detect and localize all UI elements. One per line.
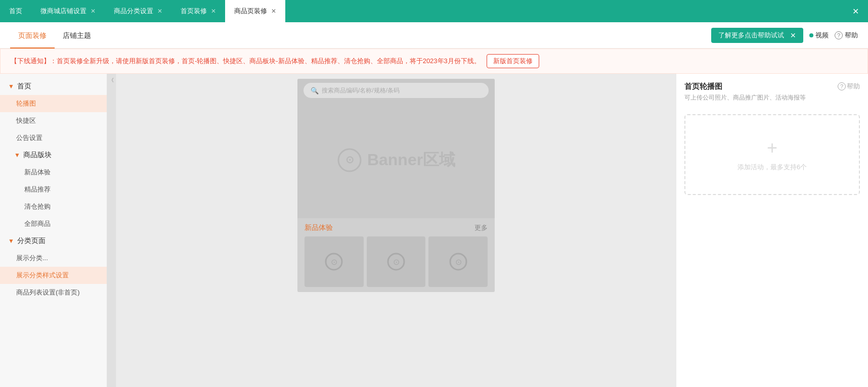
close-product-decor[interactable]: ✕ [271,8,276,15]
sidebar-item-featured[interactable]: 精品推荐 [0,181,108,198]
help-question-icon: ? [838,82,846,90]
banner-logo: ⊙ Banner区域 [337,148,455,173]
arrow-down-icon: ▼ [8,83,14,90]
help-banner[interactable]: 了解更多点击帮助试试 ✕ [711,28,803,43]
right-panel-subtitle: 可上传公司照片、商品推广图片、活动海报等 [684,93,806,102]
upload-hint: 添加活动，最多支持6个 [737,163,807,172]
phone-product-grid: ⊙ ⊙ ⊙ [305,236,488,287]
phone-product-item-3: ⊙ [428,236,488,287]
sidebar-section-home[interactable]: ▼ 首页 [0,78,108,95]
search-icon: 🔍 [311,87,319,94]
sidebar-item-all-products[interactable]: 全部商品 [0,215,108,232]
right-panel-help[interactable]: ? 帮助 [838,82,860,91]
tab-product-decor[interactable]: 商品页装修 ✕ [225,0,285,22]
help-link[interactable]: ? 帮助 [835,31,858,40]
notice-text: 【下线通知】：首页装修全新升级，请使用新版首页装修，首页-轮播图、快捷区、商品板… [11,57,481,66]
arrow-down-icon-3: ▼ [8,237,14,245]
tab-home[interactable]: 首页 [0,0,31,22]
sidebar-section-product-block[interactable]: ▼ 商品版块 [0,147,108,164]
sidebar-item-banner[interactable]: 轮播图 [0,95,108,112]
main-layout: ▼ 首页 轮播图 快捷区 公告设置 ▼ 商品版块 新品体验 精品推荐 [0,74,868,387]
right-panel-title: 首页轮播图 [684,82,806,91]
phone-search-bar: 🔍 搜索商品编码/名称/规格/条码 [297,79,495,102]
banner-icon: ⊙ [337,148,362,173]
phone-section-header: 新品体验 更多 [305,223,488,232]
sidebar-item-product-list-settings[interactable]: 商品列表设置(非首页) [0,284,108,301]
notice-bar: 【下线通知】：首页装修全新升级，请使用新版首页装修，首页-轮播图、快捷区、商品板… [0,49,868,74]
sidebar-item-clearance[interactable]: 清仓抢购 [0,198,108,215]
right-panel: 首页轮播图 可上传公司照片、商品推广图片、活动海报等 ? 帮助 + 添加活动，最… [676,74,868,387]
sidebar-collapse-button[interactable]: 《 [107,74,116,387]
phone-section-more: 更多 [474,223,488,232]
phone-product-section: 新品体验 更多 ⊙ ⊙ ⊙ [297,218,495,292]
phone-section-title: 新品体验 [305,223,333,232]
left-sidebar: ▼ 首页 轮播图 快捷区 公告设置 ▼ 商品版块 新品体验 精品推荐 [0,74,116,387]
sidebar-item-category-style[interactable]: 展示分类样式设置 [0,267,108,284]
sidebar-item-notice[interactable]: 公告设置 [0,129,108,147]
banner-text: Banner区域 [367,149,455,171]
collapse-icon: 《 [109,77,114,84]
question-icon: ? [835,31,843,39]
phone-search-input[interactable]: 🔍 搜索商品编码/名称/规格/条码 [303,83,489,98]
close-store-settings[interactable]: ✕ [91,8,96,15]
phone-frame: 🔍 搜索商品编码/名称/规格/条码 ⊙ Banner区域 [297,79,495,292]
svg-text:⊙: ⊙ [393,258,400,266]
svg-text:⊙: ⊙ [455,258,461,266]
top-nav: 首页 微商城店铺设置 ✕ 商品分类设置 ✕ 首页装修 ✕ 商品页装修 ✕ ✕ [0,0,868,22]
sidebar-item-show-category[interactable]: 展示分类... [0,250,108,267]
help-banner-text: 了解更多点击帮助试试 [718,31,784,40]
tab-store-theme[interactable]: 店铺主题 [55,22,99,49]
sidebar-item-shortcut[interactable]: 快捷区 [0,112,108,129]
center-preview: 🔍 搜索商品编码/名称/规格/条码 ⊙ Banner区域 [116,74,676,387]
global-close-button[interactable]: ✕ [843,7,868,16]
tab-category-settings[interactable]: 商品分类设置 ✕ [105,0,171,22]
close-home-decor[interactable]: ✕ [211,8,216,15]
arrow-down-icon-2: ▼ [14,152,20,159]
video-link[interactable]: 视频 [809,31,829,40]
tab-store-settings[interactable]: 微商城店铺设置 ✕ [31,0,105,22]
tab-home-decor[interactable]: 首页装修 ✕ [171,0,225,22]
video-dot-icon [809,33,813,37]
phone-product-item-2: ⊙ [367,236,426,287]
plus-icon: + [767,137,777,159]
svg-text:⊙: ⊙ [331,258,337,266]
close-category-settings[interactable]: ✕ [157,8,162,15]
svg-text:⊙: ⊙ [345,154,354,165]
sub-header-right: 了解更多点击帮助试试 ✕ 视频 ? 帮助 [711,28,858,43]
sub-header: 页面装修 店铺主题 了解更多点击帮助试试 ✕ 视频 ? 帮助 [0,22,868,49]
tab-page-decor[interactable]: 页面装修 [10,22,55,49]
sidebar-section-category[interactable]: ▼ 分类页面 [0,232,108,250]
upload-area[interactable]: + 添加活动，最多支持6个 [684,114,860,195]
sidebar-item-new-experience[interactable]: 新品体验 [0,164,108,181]
new-version-button[interactable]: 新版首页装修 [487,54,539,68]
phone-banner[interactable]: ⊙ Banner区域 [297,102,495,218]
help-banner-close[interactable]: ✕ [790,31,796,39]
phone-product-item-1: ⊙ [305,236,364,287]
